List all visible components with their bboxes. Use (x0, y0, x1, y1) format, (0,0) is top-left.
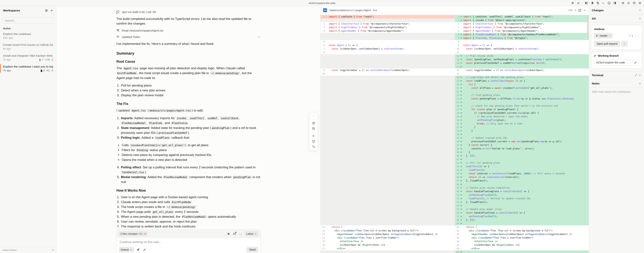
todo-list-icon[interactable] (233, 232, 236, 236)
mode-select[interactable]: Default (119, 247, 134, 252)
chevron-down-icon (623, 42, 626, 45)
git-graph-icon[interactable] (312, 145, 316, 149)
collapse-up-icon[interactable] (576, 2, 580, 5)
plus-icon[interactable] (50, 9, 53, 12)
expand-icon[interactable] (635, 74, 637, 76)
diff-line: 55+ // Handle plan modal close (455, 208, 589, 211)
diff-row: 42+ // Poll for pending plans (320, 161, 589, 165)
workspace-title: Explore the codebase I want you to exp (3, 65, 53, 68)
panel-left-icon[interactable] (585, 2, 588, 5)
chevron-down-icon[interactable] (258, 36, 260, 38)
git-section-header[interactable]: Git (589, 14, 644, 23)
workspace-item[interactable]: Explore the codebase35m ago (0, 30, 56, 41)
diff-line: 66 </div> (455, 247, 589, 250)
spinner-icon[interactable] (239, 232, 242, 236)
diff-row: 32+ } (320, 126, 589, 129)
separator (311, 119, 316, 120)
chevron-down-icon[interactable] (583, 9, 586, 12)
copy-icon[interactable] (312, 127, 316, 130)
search-box[interactable] (3, 17, 53, 24)
diff-row: 44+ loadPlans(); (320, 168, 589, 172)
megaphone-icon[interactable] (627, 2, 630, 5)
diff-row: 17 </div>66 </div> (320, 247, 589, 250)
workspace-item[interactable]: Explore the codebase I want you to exp7h… (0, 63, 56, 74)
search-input[interactable] (5, 19, 51, 22)
pen-icon[interactable] (143, 248, 146, 251)
diff-line (320, 18, 455, 22)
settings-icon[interactable] (638, 2, 641, 5)
notes-placeholder[interactable]: Add notes about this workspace... (589, 88, 644, 96)
tool-call-row[interactable]: Updated Todos (116, 35, 260, 39)
open-pull-request-button[interactable]: Open pull request (594, 41, 620, 47)
diff-line: 17 </div> (320, 247, 455, 250)
more-options-button[interactable]: ··· (635, 34, 639, 37)
git-compare-icon[interactable] (596, 2, 599, 5)
layers-icon[interactable] (45, 9, 48, 12)
diff-line: 56+ const handlePlanClose = useCallback(… (455, 211, 589, 215)
diff-line: 17 (455, 72, 589, 76)
drag-dots-icon (312, 114, 316, 118)
monitor-icon[interactable] (608, 2, 610, 5)
diff-row: 49+ // Handle plan review completion (320, 186, 589, 190)
diff-line: 15 <ChatInterface /> (320, 240, 455, 243)
diff-line: 43+ useEffect(() => { (455, 165, 589, 168)
diff-line (320, 161, 455, 165)
version-select[interactable]: Latest (244, 231, 258, 236)
diff-row: 811 (320, 51, 589, 54)
diff-line (320, 168, 455, 172)
diff-row: 56+ const handlePlanClose = useCallback(… (320, 211, 589, 215)
paperclip-icon[interactable] (137, 248, 140, 251)
diff-line: 11 return ( (320, 226, 455, 229)
diff-additions: +59 (568, 9, 572, 12)
pause-icon[interactable] (571, 2, 574, 5)
working-branch-input[interactable]: vk/3ccf-explore-the-code (594, 59, 639, 66)
numbered-list: User is on the Agent page with a Docker-… (117, 195, 260, 229)
panel-right-icon[interactable] (613, 2, 616, 5)
diff-row: 19+ const loadPlans = useCallback(async … (320, 79, 589, 83)
diff-line (320, 97, 455, 100)
files-changed-badge[interactable]: 2 files changed +61 -3 (118, 231, 148, 236)
diff-row: 11 return (60 return ( (320, 226, 589, 229)
diff-line: 6+import { PlanReviewModal } from "@/com… (455, 33, 589, 36)
diff-line (320, 100, 455, 104)
changes-section-header[interactable]: Changes (589, 6, 644, 14)
diff-row: 22+ (320, 90, 589, 94)
diff-line (320, 90, 455, 94)
workspace-item[interactable]: Install and integrate Vibe Kanban Web C7… (0, 52, 56, 63)
run-icon[interactable] (312, 134, 316, 138)
diff-scrollbar[interactable] (587, 15, 588, 40)
diff-line (320, 86, 455, 90)
diff-line: 4import { AgentHeader } from "@/componen… (320, 29, 455, 33)
workspace-item[interactable]: Create Good First Issues on Github So p6… (0, 41, 56, 52)
spark-icon[interactable] (227, 232, 230, 236)
terminal-section-header[interactable]: Terminal (589, 71, 644, 80)
diff-line: 61 <div className="flex flex-col h-scree… (455, 229, 589, 232)
preview-monitor-icon[interactable] (312, 140, 316, 143)
workspace-title: Explore the codebase (3, 32, 53, 36)
diff-row: 27+ for (const plan of pendingPlans) { (320, 108, 589, 111)
inline-code: Agent.tsx (123, 67, 139, 70)
help-icon[interactable] (632, 2, 636, 5)
send-button[interactable]: Send (246, 247, 258, 252)
view-archive-link[interactable]: View Archive (3, 249, 16, 252)
diff-line (320, 165, 455, 168)
message-input[interactable]: Continue working on this task... (116, 238, 260, 245)
diff-row: 54+ (320, 204, 589, 208)
pr-dropdown-button[interactable] (621, 41, 628, 47)
tool-call-row[interactable]: Read medusa/src/pages/Agent.tsx (116, 29, 260, 32)
list-item: Detects new plans by comparing against p… (121, 152, 260, 158)
branch-select[interactable]: master (594, 33, 613, 38)
menu-icon[interactable] (621, 2, 624, 5)
theme-contrast-icon[interactable] (590, 2, 594, 5)
tool-call-row[interactable]: npm run build 2>&1 | tail -80 (116, 10, 260, 14)
diff-line: 54+ (455, 204, 589, 208)
paragraph: The build completed successfully with no… (116, 16, 260, 26)
diff-row: 37+ } catch (error) { (320, 144, 589, 147)
terminal-prompt-icon[interactable] (602, 2, 605, 5)
split-diff-icon[interactable] (578, 9, 581, 12)
diff-view-icon[interactable] (312, 121, 316, 125)
diff-row: 43+ useEffect(() => { (320, 165, 589, 168)
titlebar: vk/3ccf-explore-the-code (0, 0, 644, 6)
notes-section-header[interactable]: Notes (589, 80, 644, 88)
chevron-down-icon (130, 248, 132, 251)
